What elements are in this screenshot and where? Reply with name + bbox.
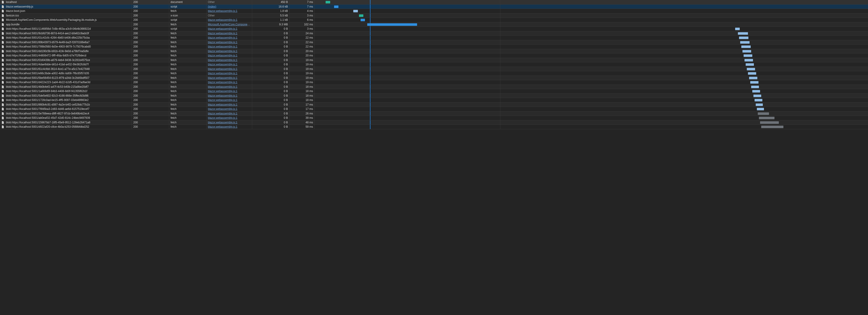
name-cell[interactable]: blob:https://localhost:5001/ab0eaf32-45d… (0, 116, 132, 120)
waterfall-cell[interactable] (315, 31, 868, 36)
name-cell[interactable]: blob:https://localhost:5001/61c4cfdd-361… (0, 67, 132, 71)
name-cell[interactable]: blob:https://localhost:5001/dd190c5b-b91… (0, 49, 132, 54)
initiator-link[interactable]: blazor.webassembly.js:1 (208, 112, 237, 115)
initiator-cell[interactable]: blazor.webassembly.js:1 (207, 125, 252, 129)
waterfall-cell[interactable] (315, 5, 868, 9)
initiator-link[interactable]: blazor.webassembly.js:1 (208, 72, 237, 75)
network-row[interactable]: blob:https://localhost:5001/1728c0ad-be1… (0, 98, 868, 103)
network-row[interactable]: blob:https://localhost:5001/e66c3bde-a00… (0, 71, 868, 76)
initiator-link[interactable]: blazor.webassembly.js:1 (208, 90, 237, 93)
initiator-cell[interactable]: blazor.webassembly.js:1 (207, 44, 252, 49)
waterfall-cell[interactable] (315, 27, 868, 31)
name-cell[interactable]: blob:https://localhost:5001/1728c0ad-be1… (0, 98, 132, 102)
initiator-cell[interactable]: blazor.webassembly.js:1 (207, 36, 252, 40)
waterfall-cell[interactable] (315, 62, 868, 67)
initiator-link[interactable]: blazor.webassembly.js:1 (208, 41, 237, 44)
initiator-link[interactable]: blazor.webassembly.js:1 (208, 116, 237, 119)
waterfall-cell[interactable] (315, 0, 868, 4)
initiator-link[interactable]: blazor.webassembly.js:1 (208, 63, 237, 66)
network-row[interactable]: blob:https://localhost:5001/89b43973-b57… (0, 40, 868, 45)
network-row[interactable]: localhost200documentOther450 B7 ms (0, 0, 868, 5)
network-row[interactable]: blob:https://localhost:5001/61c4cfdd-361… (0, 67, 868, 71)
waterfall-cell[interactable] (315, 13, 868, 18)
name-cell[interactable]: blob:https://localhost:5001/5de5e602-92c… (0, 94, 132, 98)
waterfall-cell[interactable] (315, 116, 868, 120)
initiator-cell[interactable]: Microsoft.AspNetCore.Components.… (207, 23, 252, 27)
initiator-link[interactable]: blazor.webassembly.js:1 (208, 121, 237, 124)
network-row[interactable]: blob:https://localhost:5001/860b4c91-d08… (0, 103, 868, 107)
initiator-link[interactable]: Microsoft.AspNetCore.Components.… (208, 23, 251, 26)
network-row[interactable]: favicon.ico200x-iconOther5.5 kB3 ms (0, 13, 868, 18)
network-row[interactable]: blazor.webassembly.js200script(index)16.… (0, 5, 868, 9)
network-row[interactable]: blob:https://localhost:5001/1a669d5f-84b… (0, 89, 868, 94)
name-cell[interactable]: blob:https://localhost:5001/01c42cfc-426… (0, 36, 132, 40)
network-row[interactable]: blob:https://localhost:5001/9cbfd736-807… (0, 31, 868, 36)
initiator-cell[interactable]: blazor.webassembly.js:1 (207, 54, 252, 58)
initiator-cell[interactable]: blazor.webassembly.js:1 (207, 120, 252, 125)
name-cell[interactable]: blob:https://localhost:5001/d922af20-c8c… (0, 125, 132, 129)
initiator-link[interactable]: blazor.webassembly.js:1 (208, 67, 237, 71)
network-row[interactable]: blob:https://localhost:5001/f2d0439b-a67… (0, 58, 868, 63)
initiator-cell[interactable]: blazor.webassembly.js:1 (207, 18, 252, 22)
initiator-cell[interactable]: blazor.webassembly.js:1 (207, 62, 252, 67)
network-row[interactable]: blob:https://localhost:5001/76fd5ba3-2d8… (0, 107, 868, 111)
network-row[interactable]: blob:https://localhost:5001/01c42cfc-426… (0, 36, 868, 40)
network-request-table[interactable]: localhost200documentOther450 B7 ms blazo… (0, 0, 868, 315)
initiator-cell[interactable]: (index) (207, 5, 252, 9)
initiator-cell[interactable]: blazor.webassembly.js:1 (207, 116, 252, 120)
network-row[interactable]: blob:https://localhost:5001/d922af20-c8c… (0, 125, 868, 129)
name-cell[interactable]: blob:https://localhost:5001/4dae9dde-b81… (0, 62, 132, 67)
waterfall-cell[interactable] (315, 94, 868, 98)
waterfall-cell[interactable] (315, 111, 868, 116)
name-cell[interactable]: blob:https://localhost:5001/76fd5ba3-2d8… (0, 107, 132, 111)
waterfall-cell[interactable] (315, 49, 868, 54)
network-row[interactable]: blob:https://localhost:5001/5de5e602-92c… (0, 94, 868, 98)
name-cell[interactable]: blob:https://localhost:5001/9cbfd736-807… (0, 31, 132, 36)
network-row[interactable]: blob:https://localhost:5001/15967bb7-18f… (0, 120, 868, 125)
initiator-link[interactable]: blazor.webassembly.js:1 (208, 59, 237, 62)
initiator-link[interactable]: blazor.webassembly.js:1 (208, 76, 237, 79)
waterfall-cell[interactable] (315, 36, 868, 40)
initiator-link[interactable]: blazor.webassembly.js:1 (208, 94, 237, 97)
name-cell[interactable]: blob:https://localhost:5001/860b4c91-d08… (0, 103, 132, 107)
name-cell[interactable]: blazor.boot.json (0, 9, 132, 13)
waterfall-cell[interactable] (315, 44, 868, 49)
initiator-cell[interactable]: blazor.webassembly.js:1 (207, 103, 252, 107)
name-cell[interactable]: blob:https://localhost:5001/44806472-9ff… (0, 54, 132, 58)
waterfall-cell[interactable] (315, 85, 868, 89)
name-cell[interactable]: blob:https://localhost:5001/89b43973-b57… (0, 40, 132, 44)
initiator-link[interactable]: blazor.webassembly.js:1 (208, 125, 237, 128)
initiator-link[interactable]: blazor.webassembly.js:1 (208, 9, 237, 12)
name-cell[interactable]: blob:https://localhost:5001/f2d0439b-a67… (0, 58, 132, 62)
name-cell[interactable]: blob:https://localhost:5001/1a669d5f-84b… (0, 89, 132, 94)
network-row[interactable]: blob:https://localhost:5001/5be56454-612… (0, 76, 868, 80)
network-row[interactable]: blob:https://localhost:5001/3e768eea-d9f… (0, 111, 868, 116)
initiator-cell[interactable]: blazor.webassembly.js:1 (207, 67, 252, 71)
initiator-cell[interactable]: blazor.webassembly.js:1 (207, 31, 252, 36)
network-row[interactable]: app.bundle200fetchMicrosoft.AspNetCore.C… (0, 23, 868, 27)
name-cell[interactable]: blob:https://localhost:5001/5be56454-612… (0, 76, 132, 80)
initiator-link[interactable]: blazor.webassembly.js:1 (208, 99, 237, 102)
name-cell[interactable]: favicon.ico (0, 13, 132, 18)
waterfall-cell[interactable] (315, 125, 868, 129)
initiator-cell[interactable]: blazor.webassembly.js:1 (207, 9, 252, 13)
waterfall-cell[interactable] (315, 23, 868, 27)
network-row[interactable]: blob:https://localhost:5001/dd190c5b-b91… (0, 49, 868, 54)
name-cell[interactable]: blazor.webassembly.js (0, 5, 132, 9)
waterfall-cell[interactable] (315, 18, 868, 22)
initiator-cell[interactable]: blazor.webassembly.js:1 (207, 107, 252, 111)
network-row[interactable]: blob:https://localhost:5001/4dae9dde-b81… (0, 62, 868, 67)
waterfall-cell[interactable] (315, 103, 868, 107)
initiator-link[interactable]: blazor.webassembly.js:1 (208, 103, 237, 106)
initiator-cell[interactable]: blazor.webassembly.js:1 (207, 89, 252, 94)
name-cell[interactable]: blob:https://localhost:5001/15967bb7-18f… (0, 120, 132, 125)
name-cell[interactable]: blob:https://localhost:5001/4b0b4ef2-a47… (0, 85, 132, 89)
initiator-link[interactable]: blazor.webassembly.js:1 (208, 32, 237, 35)
waterfall-cell[interactable] (315, 107, 868, 111)
initiator-cell[interactable]: blazor.webassembly.js:1 (207, 76, 252, 80)
initiator-link[interactable]: blazor.webassembly.js:1 (208, 27, 237, 30)
waterfall-cell[interactable] (315, 98, 868, 102)
name-cell[interactable]: blob:https://localhost:5001/e66c3bde-a00… (0, 71, 132, 76)
waterfall-cell[interactable] (315, 71, 868, 76)
initiator-link[interactable]: blazor.webassembly.js:1 (208, 18, 237, 22)
